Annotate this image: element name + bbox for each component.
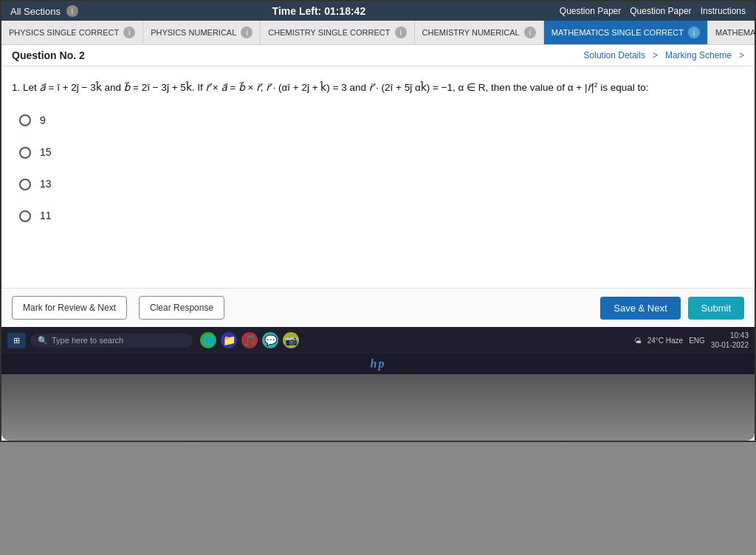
marking-scheme-link[interactable]: Marking Scheme [665,50,732,61]
option-13-radio[interactable] [19,179,31,190]
tab-mathematics-single-label: MATHEMATICS SINGLE CORRECT [551,28,684,37]
start-button[interactable]: ⊞ [7,333,26,348]
tab-physics-numerical-label: PHYSICS NUMERICAL [151,28,236,37]
question-number: Question No. 2 [12,49,85,61]
tab-physics-numerical[interactable]: PHYSICS NUMERICAL i [143,21,261,44]
taskbar: ⊞ 🔍 Type here to search 🌐 📁 🎵 💬 📷 🌤 24°C… [1,327,755,354]
option-9[interactable]: 9 [19,111,744,130]
action-right: Save & Next Submit [600,297,744,320]
all-sections-info-icon[interactable]: i [66,5,78,17]
submit-button[interactable]: Submit [688,297,744,320]
option-15-label: 15 [40,143,52,162]
option-11[interactable]: 11 [19,207,744,225]
keyboard-area [1,374,755,441]
option-15[interactable]: 15 [19,143,744,162]
question-header: Question No. 2 Solution Details > Markin… [1,45,755,66]
taskbar-right: 🌤 24°C Haze ENG 10:43 30-01-2022 [634,331,749,350]
solution-details-link[interactable]: Solution Details [584,50,645,61]
option-13[interactable]: 13 [19,175,744,193]
taskbar-icon-1[interactable]: 🌐 [200,332,216,348]
clock-time: 10:43 [711,331,749,340]
save-next-button[interactable]: Save & Next [600,297,680,320]
mark-review-button[interactable]: Mark for Review & Next [12,296,127,320]
tab-mathematics-numerical-label: MATHEMATICS NUMERICAL [715,28,755,37]
option-11-radio[interactable] [19,210,31,222]
tab-mathematics-single-info[interactable]: i [688,27,700,38]
weather-icon: 🌤 [634,337,642,345]
tab-physics-single-label: PHYSICS SINGLE CORRECT [9,28,119,37]
taskbar-icon-2[interactable]: 📁 [221,332,237,348]
taskbar-icon-4[interactable]: 💬 [262,332,278,348]
clock-date: 30-01-2022 [711,340,749,350]
taskbar-search[interactable]: 🔍 Type here to search [30,334,193,348]
hp-logo-bar: hp [1,354,755,374]
clear-response-button[interactable]: Clear Response [139,296,224,320]
option-15-radio[interactable] [19,147,31,159]
top-actions: Question Paper Question Paper Instructio… [560,6,746,16]
taskbar-clock: 10:43 30-01-2022 [711,331,749,350]
timer-value: 01:18:42 [324,5,365,17]
link-separator: > [653,50,658,61]
tab-physics-single-info[interactable]: i [123,27,135,38]
options-list: 9 15 13 11 [12,111,744,226]
tab-physics-numerical-info[interactable]: i [241,27,252,38]
action-left: Mark for Review & Next Clear Response [12,296,224,320]
timer-label: Time Left: [272,5,322,17]
section-tabs: PHYSICS SINGLE CORRECT i PHYSICS NUMERIC… [1,21,755,45]
action-bar: Mark for Review & Next Clear Response Sa… [1,288,755,327]
tab-mathematics-single[interactable]: MATHEMATICS SINGLE CORRECT i [544,21,708,44]
taskbar-app-icons: 🌐 📁 🎵 💬 📷 [200,332,299,348]
tab-chemistry-numerical-info[interactable]: i [524,27,536,38]
tab-physics-single[interactable]: PHYSICS SINGLE CORRECT i [1,21,143,44]
tab-mathematics-numerical[interactable]: MATHEMATICS NUMERICAL i [708,21,755,44]
question-body: 1. Let a⃗ = î + 2ĵ − 3k̂ and b⃗ = 2î − 3… [1,66,755,273]
option-9-radio[interactable] [19,114,31,126]
instructions-link[interactable]: Instructions [701,6,746,16]
tab-chemistry-single-info[interactable]: i [395,27,407,38]
language: ENG [689,337,705,345]
option-13-label: 13 [40,175,52,193]
taskbar-icon-5[interactable]: 📷 [283,332,299,348]
question-text: 1. Let a⃗ = î + 2ĵ − 3k̂ and b⃗ = 2î − 3… [12,78,744,97]
link-separator2: > [739,50,744,61]
tab-chemistry-numerical-label: CHEMISTRY NUMERICAL [422,28,520,37]
all-sections-label: All Sections [10,6,61,17]
tab-chemistry-single[interactable]: CHEMISTRY SINGLE CORRECT i [261,21,414,44]
option-9-label: 9 [40,111,46,130]
taskbar-icon-3[interactable]: 🎵 [241,332,258,348]
tab-chemistry-numerical[interactable]: CHEMISTRY NUMERICAL i [415,21,544,44]
option-11-label: 11 [40,207,52,225]
question-paper-label[interactable]: Question Paper [630,6,691,16]
hp-logo: hp [371,357,386,370]
top-bar: All Sections i Time Left: 01:18:42 Quest… [1,1,755,21]
tab-chemistry-single-label: CHEMISTRY SINGLE CORRECT [268,28,390,37]
temperature: 24°C Haze [647,337,683,345]
search-icon: 🔍 [38,336,48,345]
all-sections[interactable]: All Sections i [10,5,78,17]
question-paper-link[interactable]: Question Paper [560,6,621,16]
timer: Time Left: 01:18:42 [272,5,366,17]
search-label: Type here to search [52,336,123,345]
question-links: Solution Details > Marking Scheme > [584,50,744,61]
